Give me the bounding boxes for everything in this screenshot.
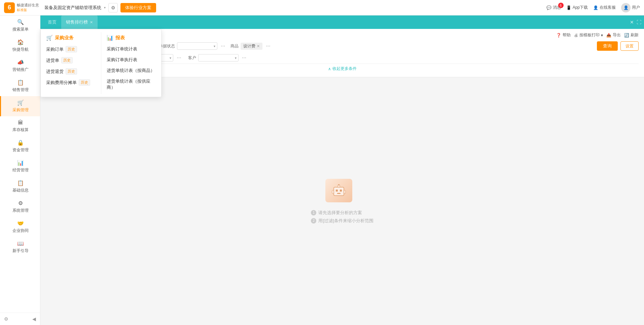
sidebar: 🔍 搜索菜单 🏠 快捷导航 📣 营销推广 📋 销售管理 🛒 采购管理 🏛 库存核… <box>0 15 40 325</box>
bill-status-select-wrapper <box>177 42 217 50</box>
sidebar-label-inventory: 库存核算 <box>12 127 29 133</box>
customer-select[interactable] <box>198 54 239 62</box>
system-title-area: 装备及固定资产辅助管理系统 ▾ ⚙ 体验行业方案 <box>44 3 546 12</box>
setting-button[interactable]: 设置 <box>620 41 639 51</box>
customer-dots[interactable]: ··· <box>241 55 248 61</box>
sidebar-item-purchase[interactable]: 🛒 采购管理 <box>0 96 40 116</box>
tab-home-label: 首页 <box>48 19 57 25</box>
online-service-button[interactable]: 👤 在线客服 <box>593 5 616 10</box>
tip-num-2: 2 <box>311 218 316 224</box>
tab-sales-ranking[interactable]: 销售排行榜 ✕ <box>61 15 98 29</box>
export-button[interactable]: 📤 导出 <box>606 32 621 38</box>
sidebar-item-inventory[interactable]: 🏛 库存核算 <box>0 116 40 136</box>
report-header: 📊 报表 <box>101 33 162 44</box>
industry-solution-button[interactable]: 体验行业方案 <box>120 3 156 12</box>
sidebar-item-sales[interactable]: 📋 销售管理 <box>0 76 40 96</box>
home-icon: 🏠 <box>17 39 24 45</box>
sidebar-item-system[interactable]: ⚙ 系统管理 <box>0 197 40 217</box>
receipt-stats-supplier-label: 进货单统计表（按供应商） <box>107 78 156 90</box>
sales-icon: 📋 <box>17 79 24 86</box>
salesperson-dots[interactable]: ··· <box>175 55 182 61</box>
app-download-button[interactable]: 📱 App下载 <box>566 5 588 10</box>
empty-illustration <box>325 179 359 206</box>
basic-info-icon: 📋 <box>17 180 24 186</box>
purchase-order-item[interactable]: 采购订单 历史 <box>41 44 101 55</box>
purchase-header-icon: 🛒 <box>46 35 53 41</box>
sidebar-item-operations[interactable]: 📊 经营管理 <box>0 156 40 176</box>
export-icon: 📤 <box>606 33 611 38</box>
collapse-label: 收起更多条件 <box>332 66 357 72</box>
system-title-dropdown-arrow[interactable]: ▾ <box>104 6 106 9</box>
operations-icon: 📊 <box>17 160 24 166</box>
sidebar-item-capital[interactable]: 🔒 资金管理 <box>0 136 40 156</box>
inventory-icon: 🏛 <box>18 120 23 126</box>
purchase-expense-history-tag: 历史 <box>79 79 90 86</box>
refresh-label: 刷新 <box>631 32 639 38</box>
purchase-receipt-item[interactable]: 进货单 历史 <box>41 55 101 66</box>
report-title: 报表 <box>115 35 125 41</box>
marketing-icon: 📣 <box>17 59 24 66</box>
messages-button[interactable]: 💬 消息 6 <box>546 5 561 10</box>
sidebar-item-enterprise[interactable]: 🤝 企业协同 <box>0 217 40 237</box>
svg-rect-2 <box>340 190 342 192</box>
receipt-stats-supplier-item[interactable]: 进货单统计表（按供应商） <box>101 76 162 93</box>
purchase-expense-item[interactable]: 采购费用分摊单 历史 <box>41 77 101 88</box>
sidebar-label-sales: 销售管理 <box>12 87 29 93</box>
tab-expand-icon[interactable]: ⛶ <box>637 19 641 25</box>
user-menu-button[interactable]: 👤 用户 <box>621 3 640 12</box>
capital-icon: 🔒 <box>17 139 24 146</box>
template-print-button[interactable]: 🖨 按模板打印 ▾ <box>574 32 603 38</box>
sidebar-item-search[interactable]: 🔍 搜索菜单 <box>0 15 40 36</box>
tab-sales-ranking-label: 销售排行榜 <box>66 19 88 25</box>
search-icon: 🔍 <box>17 19 24 25</box>
logo-text-block: 畅捷通好生意 标准版 <box>17 3 39 12</box>
help-button[interactable]: ❓ 帮助 <box>556 32 571 38</box>
svg-rect-6 <box>332 190 334 194</box>
logo-badge: 标准版 <box>17 8 39 12</box>
refresh-button[interactable]: 🔄 刷新 <box>624 32 639 38</box>
sidebar-item-quick-nav[interactable]: 🏠 快捷导航 <box>0 36 40 56</box>
tab-close-window-icon[interactable]: ✕ <box>630 19 634 25</box>
sidebar-label-operations: 经营管理 <box>12 167 29 173</box>
purchase-dropdown-menu: 🛒 采购业务 采购订单 历史 进货单 历史 进货退货 历史 采购费用分摊单 历史… <box>40 29 162 97</box>
top-header: 6 畅捷通好生意 标准版 装备及固定资产辅助管理系统 ▾ ⚙ 体验行业方案 💬 … <box>0 0 644 15</box>
query-button[interactable]: 查询 <box>597 41 618 51</box>
sidebar-item-guide[interactable]: 📖 新手引导 <box>0 237 40 257</box>
purchase-order-stats-item[interactable]: 采购订单统计表 <box>101 44 162 54</box>
tab-home[interactable]: 首页 <box>43 15 61 29</box>
sidebar-label-basic-info: 基础信息 <box>12 188 29 193</box>
sidebar-item-marketing[interactable]: 📣 营销推广 <box>0 56 40 76</box>
bottom-settings-icon[interactable]: ⚙ <box>4 316 8 322</box>
sidebar-label-marketing: 营销推广 <box>12 67 29 73</box>
goods-tag-close[interactable]: ✕ <box>257 44 260 48</box>
messages-badge: 6 <box>558 3 564 8</box>
purchase-order-exec-item[interactable]: 采购订单执行表 <box>101 54 162 65</box>
online-service-label: 在线客服 <box>600 5 616 10</box>
export-label: 导出 <box>613 32 621 38</box>
sidebar-item-basic-info[interactable]: 📋 基础信息 <box>0 176 40 197</box>
tab-bar: 首页 销售排行榜 ✕ ✕ ⛶ <box>40 15 644 29</box>
empty-tip-2: 2 用[过滤]条件来缩小分析范围 <box>311 218 373 224</box>
system-settings-button[interactable]: ⚙ <box>108 3 118 12</box>
report-header-icon: 📊 <box>107 35 113 41</box>
bill-status-select[interactable] <box>177 42 217 50</box>
collapse-arrow-icon: ∧ <box>328 67 331 71</box>
guide-icon: 📖 <box>17 240 24 247</box>
sidebar-label-search: 搜索菜单 <box>12 27 29 32</box>
goods-filter-group: 商品 设计费 ✕ ··· <box>230 43 272 50</box>
bill-status-dots[interactable]: ··· <box>219 43 226 49</box>
svg-point-5 <box>338 184 339 186</box>
service-icon: 👤 <box>593 5 598 10</box>
purchase-business-title: 采购业务 <box>55 35 74 41</box>
customer-label: 客户 <box>188 55 196 61</box>
goods-dots[interactable]: ··· <box>264 43 272 49</box>
receipt-stats-goods-item[interactable]: 进货单统计表（按商品） <box>101 65 162 76</box>
purchase-return-item[interactable]: 进货退货 历史 <box>41 66 101 77</box>
tab-close-icon[interactable]: ✕ <box>90 20 93 25</box>
receipt-stats-goods-label: 进货单统计表（按商品） <box>107 68 155 74</box>
purchase-order-history-tag: 历史 <box>66 46 77 52</box>
empty-state: 1 请先选择要分析的方案 2 用[过滤]条件来缩小分析范围 <box>40 77 644 325</box>
goods-label: 商品 <box>230 43 239 49</box>
sidebar-collapse-icon[interactable]: ◀ <box>32 316 36 322</box>
app-download-label: App下载 <box>573 5 588 10</box>
